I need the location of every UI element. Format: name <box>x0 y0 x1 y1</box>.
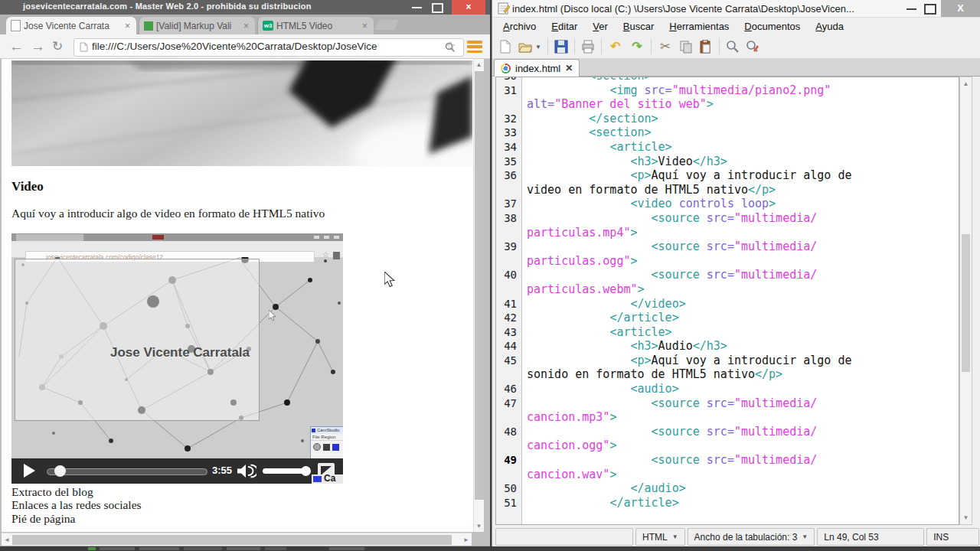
maximize-button[interactable] <box>924 4 936 15</box>
taskbar-item[interactable] <box>100 547 135 550</box>
code-row[interactable]: 36 <p>Aquí voy a introducir algo de <box>496 168 959 183</box>
browser-vertical-scrollbar[interactable]: ▲ ▼ <box>473 59 484 532</box>
taskbar-item[interactable] <box>139 547 179 550</box>
close-tab-icon[interactable]: ✕ <box>565 63 573 73</box>
close-tab-icon[interactable]: × <box>242 21 250 31</box>
browser-horizontal-scrollbar[interactable]: ◄ ► <box>2 533 472 546</box>
code-row[interactable]: 41 </video> <box>496 297 959 311</box>
code-row[interactable]: 40 <source src="multimedia/ <box>496 268 959 282</box>
menu-item-herramientas[interactable]: Herramientas <box>662 21 737 32</box>
play-icon[interactable] <box>24 464 35 478</box>
paste-icon[interactable] <box>699 40 713 54</box>
browser-tab-3[interactable]: w3HTML5 Video× <box>257 17 374 34</box>
code-row[interactable]: 33 <section> <box>496 126 959 140</box>
code-row[interactable]: 35 <h3>Video</h3> <box>496 155 959 169</box>
find-icon[interactable] <box>726 40 740 54</box>
reload-icon[interactable]: ↻ <box>52 37 63 57</box>
code-row[interactable]: cancion.mp3"> <box>496 410 959 425</box>
code-row[interactable]: cancion.ogg"> <box>496 439 959 453</box>
scrollbar-thumb[interactable] <box>475 71 484 500</box>
menu-item-ver[interactable]: Ver <box>585 21 616 32</box>
code-row[interactable]: 34 <article> <box>496 140 959 155</box>
video-progress-thumb[interactable] <box>54 465 66 477</box>
close-button[interactable]: X <box>941 0 980 17</box>
camstudio-window: CamStudio File Region <box>310 426 343 461</box>
code-row[interactable]: 38 <source src="multimedia/ <box>496 211 959 226</box>
code-row[interactable]: 50 </audio> <box>496 481 959 496</box>
open-file-icon[interactable] <box>518 40 532 54</box>
bookmark-star-icon[interactable]: ☆ <box>446 39 456 53</box>
code-row[interactable]: 30 <section> <box>496 77 959 83</box>
find-replace-icon[interactable] <box>746 40 760 54</box>
copy-icon[interactable] <box>679 40 693 54</box>
close-tab-icon[interactable]: × <box>123 21 132 31</box>
code-row[interactable]: 49 <source src="multimedia/ <box>496 453 959 468</box>
redo-icon[interactable]: ↷ <box>629 40 645 54</box>
close-button[interactable]: × <box>452 0 485 15</box>
code-row[interactable]: sonido en formato de HTML5 nativo</p> <box>496 367 959 382</box>
minimize-button[interactable] <box>906 8 916 10</box>
taskbar-item[interactable] <box>329 547 364 550</box>
code-row[interactable]: 42 </article> <box>496 311 959 325</box>
undo-icon[interactable]: ↶ <box>608 40 623 54</box>
menu-item-buscar[interactable]: Buscar <box>616 21 662 32</box>
code-row[interactable]: 32 </section> <box>496 112 959 126</box>
volume-thumb[interactable] <box>301 466 311 476</box>
code-row[interactable]: particulas.webm"> <box>496 282 959 297</box>
editor-vertical-scrollbar[interactable]: ▲ ▼ <box>959 77 972 525</box>
code-row[interactable]: 45 <p>Aquí voy a introducir algo de <box>496 354 959 368</box>
taskbar-item[interactable] <box>265 547 286 550</box>
video-progress-bar[interactable] <box>47 468 207 475</box>
scroll-up-icon[interactable]: ▲ <box>474 61 484 68</box>
taskbar-item[interactable] <box>227 547 260 550</box>
menu-icon[interactable] <box>467 41 482 53</box>
save-icon[interactable] <box>554 40 568 54</box>
status-language-select[interactable]: HTML▼ <box>635 528 685 546</box>
code-row[interactable]: 48 <source src="multimedia/ <box>496 425 959 439</box>
code-row[interactable]: cancion.wav"> <box>496 468 959 482</box>
back-icon[interactable]: ← <box>9 37 24 57</box>
video-player[interactable]: josevicentecarratala.com/codigo/clase12 … <box>11 233 343 484</box>
print-icon[interactable] <box>581 40 595 54</box>
scroll-down-icon[interactable]: ▼ <box>960 514 972 521</box>
scroll-right-icon[interactable]: ► <box>462 536 470 543</box>
taskbar-item[interactable] <box>184 547 222 550</box>
code-row[interactable]: video en formato de HTML5 nativo</p> <box>496 183 959 197</box>
browser-titlebar[interactable]: josevicentecarratala.com - Master Web 2.… <box>0 0 490 15</box>
cut-icon[interactable]: ✂ <box>658 40 673 54</box>
code-row[interactable]: 43 <article> <box>496 325 959 340</box>
status-tabwidth-select[interactable]: Ancho de la tabulación: 3▼ <box>688 528 815 546</box>
menu-item-archivo[interactable]: Archivo <box>495 21 544 32</box>
code-row[interactable]: 44 <h3>Audio</h3> <box>496 339 959 354</box>
code-row[interactable]: 46 <audio> <box>496 382 959 396</box>
close-tab-icon[interactable]: × <box>361 21 369 31</box>
speaker-icon[interactable] <box>237 464 256 478</box>
new-file-icon[interactable] <box>498 40 512 54</box>
scrollbar-thumb[interactable] <box>962 234 970 372</box>
code-row[interactable]: 37 <video controls loop> <box>496 197 959 211</box>
editor-tab-index-html[interactable]: index.html ✕ <box>494 59 580 77</box>
menu-item-editar[interactable]: Editar <box>544 21 585 32</box>
browser-tab-1[interactable]: Jose Vicente Carrata× <box>6 17 136 34</box>
code-row[interactable]: 39 <source src="multimedia/ <box>496 240 959 254</box>
code-row[interactable]: 51 </article> <box>496 496 959 510</box>
scrollbar-thumb[interactable] <box>12 535 452 545</box>
scroll-down-icon[interactable]: ▼ <box>474 523 484 530</box>
minimize-button[interactable] <box>412 7 422 8</box>
code-editor-area[interactable]: 30 <section>31 <img src="multimedia/pian… <box>495 77 959 525</box>
taskbar-item[interactable] <box>88 547 96 550</box>
browser-tab-2[interactable]: [Valid] Markup Vali× <box>139 17 255 34</box>
editor-titlebar[interactable]: index.html (Disco local (C:) \Users\Jose… <box>492 0 980 18</box>
menu-item-ayuda[interactable]: Ayuda <box>808 21 851 32</box>
code-row[interactable]: 31 <img src="multimedia/piano2.png" <box>496 83 959 98</box>
code-row[interactable]: 47 <source src="multimedia/ <box>496 396 959 411</box>
scroll-up-icon[interactable]: ▲ <box>960 80 972 87</box>
code-row[interactable]: particulas.ogg"> <box>496 254 959 269</box>
maximize-button[interactable] <box>432 3 443 13</box>
menu-item-documentos[interactable]: Documentos <box>737 21 808 32</box>
scroll-left-icon[interactable]: ◄ <box>3 536 11 543</box>
code-row[interactable]: particulas.mp4"> <box>496 226 959 240</box>
code-row[interactable]: alt="Banner del sitio web"> <box>496 97 959 112</box>
open-dropdown-icon[interactable]: ▼ <box>535 44 541 51</box>
forward-icon[interactable]: → <box>31 37 45 57</box>
